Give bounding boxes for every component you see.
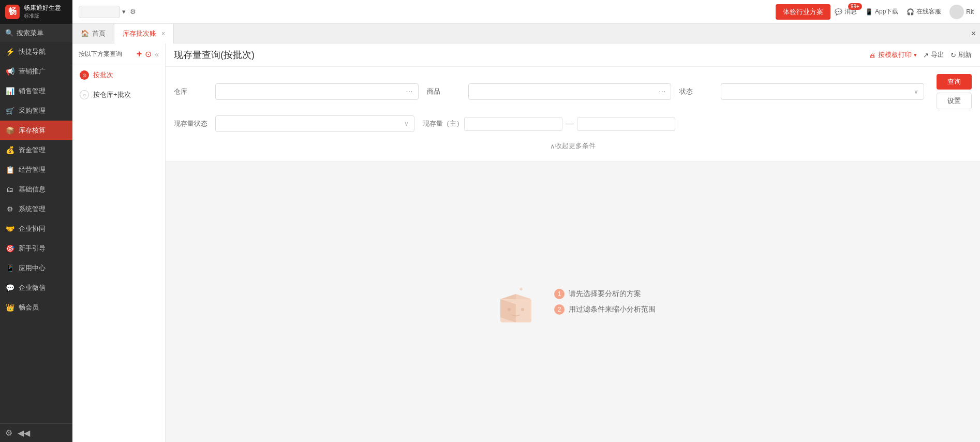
tab-inventory-batch[interactable]: 库存批次账 × [114,24,174,43]
search-actions: 查询 设置 [937,74,972,109]
member-icon: 👑 [5,303,14,312]
nav-item-apps[interactable]: 📱 应用中心 [0,258,72,278]
filter-item-by-batch[interactable]: ⊙ 按批次 [72,65,165,85]
nav-label: 新手引导 [19,244,46,253]
apps-icon: 📱 [5,263,14,273]
newbie-icon: 🎯 [5,244,14,253]
refresh-btn[interactable]: ↻ 刷新 [951,50,972,60]
settings-bottom-icon[interactable]: ⚙ [5,428,12,438]
topbar-settings-icon[interactable]: ⚙ [130,8,136,16]
nav-item-basic[interactable]: 🗂 基础信息 [0,180,72,199]
quantity-field: 现存量（主） — [423,117,675,131]
export-btn[interactable]: ↗ 导出 [923,50,944,60]
warehouse-dots-icon[interactable]: ··· [406,87,412,96]
nav-label: 畅会员 [19,303,39,312]
topbar-breadcrumb: ▾ ⚙ [79,6,771,18]
headset-icon: 🎧 [907,8,914,16]
nav-item-newbie[interactable]: 🎯 新手引导 [0,239,72,258]
search-row-1: 仓库 ··· 商品 ··· [174,74,972,109]
svg-point-7 [521,308,524,311]
quick-nav-icon: ⚡ [5,47,14,56]
status-label: 状态 [679,87,721,96]
sidebar-search[interactable]: 🔍 搜索菜单 [0,24,72,42]
user-name: Rit [966,8,974,16]
nav-label: 基础信息 [19,185,46,194]
nav-label: 企业协同 [19,224,46,233]
svg-text:✦: ✦ [526,298,530,303]
print-btn[interactable]: 🖨 按模板打印 ▾ [869,50,917,60]
quantity-to-input[interactable] [577,117,675,131]
tab-current-label: 库存批次账 [123,29,156,38]
nav-item-member[interactable]: 👑 畅会员 [0,298,72,317]
messages-btn[interactable]: 💬 消息 99+ [835,7,857,16]
product-input[interactable]: ··· [468,83,672,100]
export-icon: ↗ [923,51,929,59]
filter-collapse-icon[interactable]: « [155,50,159,58]
tip-2-text: 用过滤条件来缩小分析范围 [569,305,656,314]
nav-item-sales[interactable]: 📊 销售管理 [0,81,72,101]
nav-item-operations[interactable]: 📋 经营管理 [0,160,72,180]
collapse-more-btn[interactable]: ∧ 收起更多条件 [174,138,972,154]
quantity-label: 现存量（主） [423,119,464,128]
nav-item-marketing[interactable]: 📢 营销推广 [0,62,72,81]
warehouse-input[interactable]: ··· [215,83,419,100]
filter-item-by-warehouse-batch[interactable]: ○ 按仓库+批次 [72,85,165,105]
user-btn[interactable]: Rit [949,5,974,19]
tip-1-text: 请先选择要分析的方案 [569,289,641,299]
app-download-btn[interactable]: 📱 App下载 [865,7,898,16]
filter-settings-icon[interactable]: ⊙ [145,49,152,59]
nav-label: 快捷导航 [19,47,46,56]
product-dots-icon[interactable]: ··· [659,87,665,96]
topbar-dropdown-icon[interactable]: ▾ [122,8,126,16]
search-form: 仓库 ··· 商品 ··· [166,67,980,161]
quantity-from-input[interactable] [464,117,562,131]
tab-home[interactable]: 🏠 首页 [72,24,114,43]
query-button[interactable]: 查询 [937,74,972,90]
topbar-search-input[interactable] [79,6,120,18]
inventory-status-select[interactable]: ∨ [215,115,414,132]
operations-icon: 📋 [5,165,14,174]
system-icon: ⚙ [5,204,14,214]
warehouse-field: 仓库 ··· [174,83,419,100]
nav-item-enterprise[interactable]: 🤝 企业协同 [0,219,72,239]
brand-name: 畅康通好生意 [24,4,61,12]
svg-text:✦: ✦ [518,286,524,293]
collapse-sidebar-icon[interactable]: ◀◀ [18,428,30,438]
print-dropdown-icon[interactable]: ▾ [914,52,917,58]
app-download-label: App下载 [875,7,898,16]
brand-version: 标准版 [24,12,61,20]
nav-label: 库存核算 [19,126,46,135]
refresh-label: 刷新 [958,50,972,60]
app-download-icon: 📱 [865,8,873,16]
nav-item-inventory[interactable]: 📦 库存核算 [0,121,72,140]
empty-tips: 1 请先选择要分析的方案 2 用过滤条件来缩小分析范围 [554,289,656,315]
enterprise-icon: 🤝 [5,224,14,233]
tab-panel-close-icon[interactable]: × [971,29,976,38]
nav-item-purchase[interactable]: 🛒 采购管理 [0,101,72,121]
nav-item-system[interactable]: ⚙ 系统管理 [0,199,72,219]
tab-close-icon[interactable]: × [161,30,165,37]
quantity-dash: — [566,119,574,128]
online-service-btn[interactable]: 🎧 在线客服 [907,7,941,16]
tip-num-2: 2 [554,304,565,315]
settings-button[interactable]: 设置 [937,93,972,109]
nav-label: 销售管理 [19,86,46,96]
nav-label: 企业微信 [19,283,46,292]
nav-item-finance[interactable]: 💰 资金管理 [0,140,72,160]
main-area: ▾ ⚙ 体验行业方案 💬 消息 99+ 📱 App下载 🎧 在线客服 Rit [72,0,980,442]
tip-1: 1 请先选择要分析的方案 [554,289,656,299]
warehouse-label: 仓库 [174,87,215,96]
filter-item-label: 按批次 [93,70,113,80]
status-select[interactable]: ∨ [721,83,924,100]
filter-add-icon[interactable]: + [137,49,142,60]
sidebar-search-label: 搜索菜单 [17,28,43,38]
trial-btn[interactable]: 体验行业方案 [776,4,830,20]
search-icon: 🔍 [5,29,13,37]
product-label: 商品 [427,87,468,96]
nav-item-quick-nav[interactable]: ⚡ 快捷导航 [0,42,72,62]
filter-panel: 按以下方案查询 + ⊙ « ⊙ 按批次 ○ 按仓库+批次 [72,43,166,442]
filter-item-label: 按仓库+批次 [93,90,131,99]
filter-panel-actions: + ⊙ « [137,49,159,60]
nav-item-wechat[interactable]: 💬 企业微信 [0,278,72,298]
avatar [949,5,964,19]
